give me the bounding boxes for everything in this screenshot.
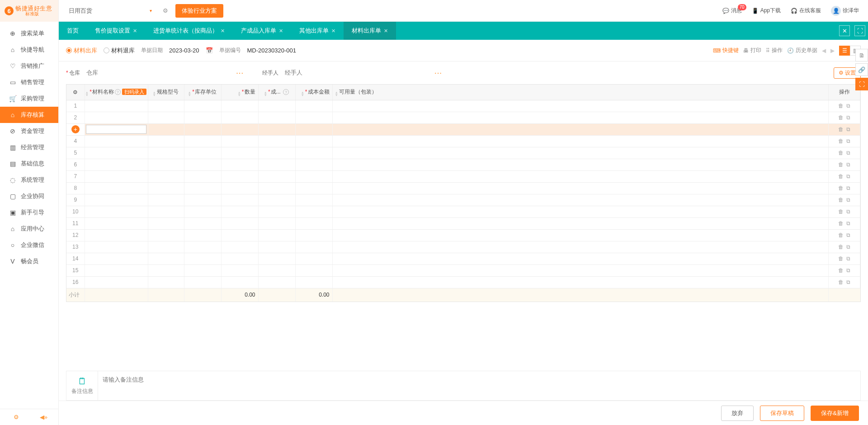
col-unit[interactable]: ▴▾库存单位 (184, 85, 221, 100)
sidebar-item-12[interactable]: ⌂应用中心 (0, 221, 58, 237)
tab-4[interactable]: 其他出库单✕ (291, 22, 344, 40)
sidebar-item-7[interactable]: ▥经营管理 (0, 139, 58, 156)
col-name[interactable]: ▴▾材料名称?扫码录入 (85, 85, 148, 100)
sidebar-item-8[interactable]: ▤基础信息 (0, 156, 58, 172)
col-cost[interactable]: ▴▾成... ? (258, 85, 295, 100)
delete-row-icon[interactable]: 🗑 (838, 255, 844, 262)
history-link[interactable]: 🕘 历史单据 (787, 47, 817, 54)
dock-link-icon[interactable]: 🔗 (855, 63, 868, 76)
close-icon[interactable]: ✕ (384, 28, 388, 34)
app-download-button[interactable]: 📱 App下载 (749, 7, 783, 14)
delete-row-icon[interactable]: 🗑 (838, 185, 844, 191)
table-row[interactable]: 13🗑⧉ (66, 241, 860, 253)
col-gear[interactable]: ⚙ (66, 85, 85, 100)
copy-row-icon[interactable]: ⧉ (846, 220, 850, 227)
remark-input[interactable] (98, 371, 860, 400)
handler-more-icon[interactable]: ··· (435, 70, 443, 76)
copy-row-icon[interactable]: ⧉ (846, 126, 850, 132)
next-icon[interactable]: ▶ (830, 47, 835, 54)
shortcut-link[interactable]: ⌨ 快捷键 (713, 47, 739, 54)
close-icon[interactable]: ✕ (331, 28, 335, 34)
delete-row-icon[interactable]: 🗑 (838, 161, 844, 168)
date-value[interactable]: 2023-03-20 (169, 47, 199, 54)
copy-row-icon[interactable]: ⧉ (846, 185, 850, 191)
delete-row-icon[interactable]: 🗑 (838, 103, 844, 109)
table-row[interactable]: 10🗑⧉ (66, 206, 860, 217)
prev-icon[interactable]: ◀ (822, 47, 826, 54)
copy-row-icon[interactable]: ⧉ (846, 161, 850, 168)
copy-row-icon[interactable]: ⧉ (846, 114, 850, 121)
table-row[interactable]: 8🗑⧉ (66, 182, 860, 194)
material-name-input[interactable] (86, 125, 146, 134)
copy-row-icon[interactable]: ⧉ (846, 173, 850, 179)
sidebar-item-14[interactable]: V畅会员 (0, 253, 58, 269)
tab-expand-button[interactable]: ⛶ (854, 25, 865, 36)
table-row[interactable]: 14🗑⧉ (66, 253, 860, 264)
delete-row-icon[interactable]: 🗑 (838, 220, 844, 227)
col-qty[interactable]: ▴▾数量 (221, 85, 258, 100)
copy-row-icon[interactable]: ⧉ (846, 208, 850, 215)
table-row[interactable]: +🗑⧉ (66, 123, 860, 135)
copy-row-icon[interactable]: ⧉ (846, 255, 850, 262)
tab-2[interactable]: 进货单统计表（按商品）✕ (145, 22, 233, 40)
dock-note-icon[interactable]: 🗎 (855, 49, 868, 61)
print-link[interactable]: 🖶 打印 (743, 47, 761, 54)
tab-3[interactable]: 产成品入库单✕ (233, 22, 291, 40)
copy-row-icon[interactable]: ⧉ (846, 279, 850, 285)
handler-input[interactable] (282, 67, 431, 78)
user-menu[interactable]: 👤 徐泽华 (828, 6, 862, 16)
table-row[interactable]: 2🗑⧉ (66, 112, 860, 123)
action-link[interactable]: ⠿ 操作 (766, 47, 783, 54)
delete-row-icon[interactable]: 🗑 (838, 197, 844, 203)
tab-1[interactable]: 售价提取设置✕ (87, 22, 145, 40)
warehouse-input[interactable] (84, 67, 233, 78)
col-avail[interactable]: ▴▾可用量（包装） (332, 85, 829, 100)
delete-row-icon[interactable]: 🗑 (838, 114, 844, 121)
sidebar-item-4[interactable]: 🛒采购管理 (0, 90, 58, 107)
table-row[interactable]: 5🗑⧉ (66, 147, 860, 159)
tab-0[interactable]: 首页 (59, 22, 87, 40)
radio-out[interactable]: 材料出库 (66, 47, 97, 55)
col-amt[interactable]: ▴▾成本金额 (295, 85, 332, 100)
sidebar-item-10[interactable]: ▢企业协同 (0, 188, 58, 204)
table-row[interactable]: 11🗑⧉ (66, 217, 860, 229)
calendar-icon[interactable]: 📅 (206, 47, 213, 54)
delete-row-icon[interactable]: 🗑 (838, 138, 844, 144)
table-row[interactable]: 1🗑⧉ (66, 100, 860, 112)
close-icon[interactable]: ✕ (279, 28, 283, 34)
close-icon[interactable]: ✕ (133, 28, 137, 34)
close-icon[interactable]: ✕ (221, 28, 225, 34)
copy-row-icon[interactable]: ⧉ (846, 103, 850, 109)
table-row[interactable]: 15🗑⧉ (66, 264, 860, 276)
copy-row-icon[interactable]: ⧉ (846, 197, 850, 203)
tab-close-button[interactable]: ✕ (839, 25, 850, 36)
table-row[interactable]: 4🗑⧉ (66, 135, 860, 147)
delete-row-icon[interactable]: 🗑 (838, 279, 844, 285)
delete-row-icon[interactable]: 🗑 (838, 126, 844, 132)
sidebar-item-1[interactable]: ⌂快捷导航 (0, 42, 58, 58)
col-spec[interactable]: ▴▾规格型号 (148, 85, 184, 100)
copy-row-icon[interactable]: ⧉ (846, 267, 850, 274)
settings-icon[interactable]: ⚙ (14, 414, 19, 420)
delete-row-icon[interactable]: 🗑 (838, 150, 844, 156)
copy-row-icon[interactable]: ⧉ (846, 138, 850, 144)
radio-return[interactable]: 材料退库 (104, 47, 135, 55)
table-row[interactable]: 12🗑⧉ (66, 229, 860, 241)
support-button[interactable]: 🎧 在线客服 (788, 7, 824, 14)
save-button[interactable]: 保存&新增 (811, 406, 859, 421)
table-row[interactable]: 7🗑⧉ (66, 170, 860, 182)
delete-row-icon[interactable]: 🗑 (838, 244, 844, 250)
sidebar-item-6[interactable]: ⊘资金管理 (0, 123, 58, 139)
promo-button[interactable]: 体验行业方案 (175, 4, 223, 18)
copy-row-icon[interactable]: ⧉ (846, 232, 850, 238)
messages-button[interactable]: 💬 消息 70 (720, 7, 745, 14)
warehouse-more-icon[interactable]: ··· (236, 70, 244, 76)
sidebar-item-11[interactable]: ▣新手引导 (0, 204, 58, 221)
draft-button[interactable]: 保存草稿 (760, 406, 804, 421)
sidebar-item-2[interactable]: ♡营销推广 (0, 58, 58, 74)
delete-row-icon[interactable]: 🗑 (838, 173, 844, 179)
sidebar-item-3[interactable]: ▭销售管理 (0, 74, 58, 90)
delete-row-icon[interactable]: 🗑 (838, 208, 844, 215)
table-row[interactable]: 6🗑⧉ (66, 159, 860, 170)
copy-row-icon[interactable]: ⧉ (846, 244, 850, 250)
